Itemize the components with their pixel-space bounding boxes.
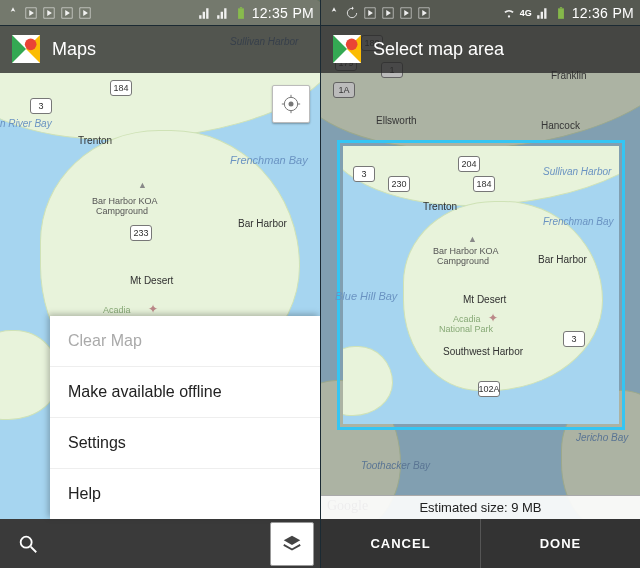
done-button[interactable]: DONE (480, 519, 640, 568)
label-bluehill: Blue Hill Bay (335, 290, 397, 302)
label-koa2: Campground (96, 206, 148, 216)
wifi-icon (502, 6, 516, 20)
play-icon (417, 6, 431, 20)
label-ellsworth: Ellsworth (376, 115, 417, 126)
svg-point-2 (289, 102, 294, 107)
search-button[interactable] (6, 522, 50, 566)
action-bar: CANCEL DONE (321, 519, 640, 568)
label-riverbay: n River Bay (0, 118, 52, 129)
nav-icon (327, 6, 341, 20)
route-shield: 184 (110, 80, 132, 96)
signal-icon (198, 6, 212, 20)
route-shield: 102A (478, 381, 500, 397)
menu-help[interactable]: Help (50, 468, 320, 519)
menu-make-offline[interactable]: Make available offline (50, 366, 320, 417)
bottom-toolbar (0, 519, 320, 568)
route-shield: 184 (473, 176, 495, 192)
label-barharbor: Bar Harbor (238, 218, 287, 229)
app-bar: Maps (0, 25, 320, 73)
nav-icon (6, 6, 20, 20)
clock: 12:35 PM (252, 5, 314, 21)
label-frenchman: Frenchman Bay (230, 154, 308, 166)
label-trenton: Trenton (78, 135, 112, 146)
label-swh2: Southwest Harbor (443, 346, 523, 357)
menu-settings[interactable]: Settings (50, 417, 320, 468)
route-shield: 3 (353, 166, 375, 182)
signal-icon (536, 6, 550, 20)
maps-app-icon[interactable] (331, 33, 363, 65)
rotate-icon (345, 6, 359, 20)
route-shield: 233 (130, 225, 152, 241)
battery-icon (554, 6, 568, 20)
estimated-size-text: Estimated size: 9 MB (419, 500, 541, 515)
label-barharbor2: Bar Harbor (538, 254, 587, 265)
overflow-menu: Clear Map Make available offline Setting… (50, 316, 320, 519)
svg-point-6 (346, 39, 358, 51)
estimated-size-bar: Estimated size: 9 MB (321, 495, 640, 519)
play-icon (381, 6, 395, 20)
campsite-icon: ▲ (468, 234, 477, 244)
right-pane: Franklin Ellsworth Hancock Blue Hill Bay… (320, 0, 640, 568)
play-icon (399, 6, 413, 20)
clock: 12:36 PM (572, 5, 634, 21)
selection-box[interactable]: Sullivan Harbor Trenton Frenchman Bay Ba… (337, 140, 625, 430)
play-icon (78, 6, 92, 20)
play-icon (42, 6, 56, 20)
status-bar: 12:35 PM (0, 0, 320, 25)
layers-button[interactable] (270, 522, 314, 566)
label-acadia3: Acadia (453, 314, 481, 324)
battery-icon (234, 6, 248, 20)
cancel-button[interactable]: CANCEL (321, 519, 480, 568)
label-toothacker: Toothacker Bay (361, 460, 430, 471)
route-shield: 3 (563, 331, 585, 347)
route-shield: 204 (458, 156, 480, 172)
play-icon (24, 6, 38, 20)
label-hancock: Hancock (541, 120, 580, 131)
label-mtdesert2: Mt Desert (463, 294, 506, 305)
app-title: Maps (52, 39, 96, 60)
label-sullivan2: Sullivan Harbor (543, 166, 611, 177)
label-trenton2: Trenton (423, 201, 457, 212)
campsite-icon: ▲ (138, 180, 147, 190)
svg-point-1 (25, 39, 37, 51)
my-location-button[interactable] (272, 85, 310, 123)
left-pane: n River Bay Sullivan Harbor Frenchman Ba… (0, 0, 320, 568)
play-icon (60, 6, 74, 20)
signal-icon (216, 6, 230, 20)
route-shield: 1A (333, 82, 355, 98)
label-mtdesert: Mt Desert (130, 275, 173, 286)
park-star-icon: ✦ (148, 302, 158, 316)
play-icon (363, 6, 377, 20)
network-label: 4G (520, 8, 532, 18)
label-acadia1: Acadia (103, 305, 131, 315)
selection-map: Sullivan Harbor Trenton Frenchman Bay Ba… (343, 146, 619, 424)
route-shield: 230 (388, 176, 410, 192)
maps-app-icon[interactable] (10, 33, 42, 65)
label-koa3: Bar Harbor KOA (433, 246, 499, 256)
label-jericho: Jericho Bay (576, 432, 628, 443)
menu-clear-map: Clear Map (50, 316, 320, 366)
label-koa4: Campground (437, 256, 489, 266)
route-shield: 3 (30, 98, 52, 114)
app-bar: Select map area (321, 25, 640, 73)
label-frenchman2: Frenchman Bay (543, 216, 614, 227)
svg-point-4 (21, 536, 32, 547)
label-acadia4: National Park (439, 324, 493, 334)
park-star-icon: ✦ (488, 311, 498, 325)
status-bar: 4G 12:36 PM (321, 0, 640, 25)
label-koa: Bar Harbor KOA (92, 196, 158, 206)
app-title: Select map area (373, 39, 504, 60)
